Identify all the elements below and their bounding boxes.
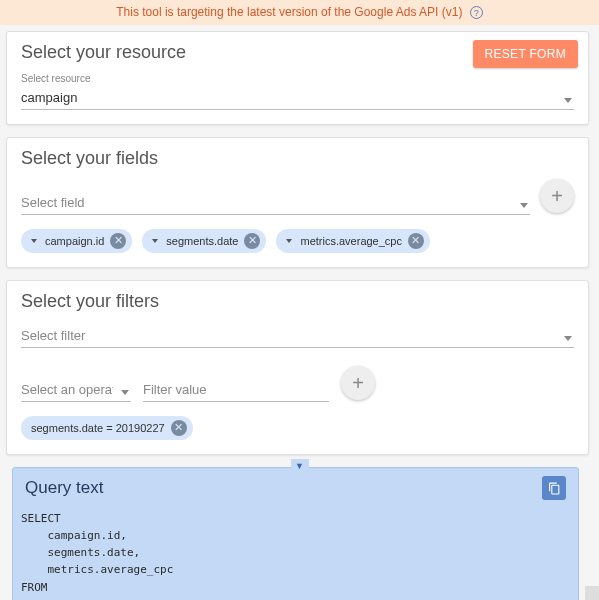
chevron-down-icon	[152, 239, 158, 243]
filter-value-input[interactable]	[143, 378, 329, 402]
filters-title: Select your filters	[21, 291, 574, 312]
reset-form-button[interactable]: RESET FORM	[473, 40, 578, 68]
resource-float-label: Select resource	[21, 73, 574, 84]
query-title: Query text	[25, 478, 103, 498]
field-chip[interactable]: campaign.id ✕	[21, 229, 132, 253]
add-filter-button[interactable]: +	[341, 366, 375, 400]
operator-select[interactable]	[21, 378, 131, 402]
resource-select[interactable]	[21, 86, 574, 110]
remove-chip-icon[interactable]: ✕	[408, 233, 424, 249]
fields-title: Select your fields	[21, 148, 574, 169]
chevron-down-icon	[31, 239, 37, 243]
copy-icon	[548, 482, 561, 495]
chevron-down-icon	[286, 239, 292, 243]
field-chip[interactable]: segments.date ✕	[142, 229, 266, 253]
remove-chip-icon[interactable]: ✕	[244, 233, 260, 249]
filter-chips: segments.date = 20190227 ✕	[21, 416, 574, 440]
field-chips: campaign.id ✕ segments.date ✕ metrics.av…	[21, 229, 574, 253]
chip-label: segments.date	[166, 235, 238, 247]
add-field-button[interactable]: +	[540, 179, 574, 213]
filter-select[interactable]	[21, 324, 574, 348]
select-fields-card: Select your fields + campaign.id ✕ segme…	[6, 137, 589, 268]
query-code[interactable]: SELECT campaign.id, segments.date, metri…	[13, 504, 578, 600]
chevron-down-icon	[121, 390, 129, 395]
chip-label: metrics.average_cpc	[300, 235, 402, 247]
filter-chip[interactable]: segments.date = 20190227 ✕	[21, 416, 193, 440]
api-version-banner: This tool is targeting the latest versio…	[0, 0, 599, 25]
select-resource-card: Select your resource RESET FORM Select r…	[6, 31, 589, 125]
scroll-corner	[585, 586, 599, 600]
query-text-panel: Query text SELECT campaign.id, segments.…	[12, 467, 579, 600]
field-select[interactable]	[21, 191, 530, 215]
help-icon[interactable]: ?	[470, 6, 483, 19]
copy-query-button[interactable]	[542, 476, 566, 500]
remove-chip-icon[interactable]: ✕	[110, 233, 126, 249]
chip-label: segments.date = 20190227	[31, 422, 165, 434]
remove-chip-icon[interactable]: ✕	[171, 420, 187, 436]
banner-link[interactable]: This tool is targeting the latest versio…	[116, 5, 462, 19]
chip-label: campaign.id	[45, 235, 104, 247]
collapse-handle[interactable]: ▼	[291, 459, 309, 473]
field-chip[interactable]: metrics.average_cpc ✕	[276, 229, 430, 253]
select-filters-card: Select your filters + segments.date = 20…	[6, 280, 589, 455]
